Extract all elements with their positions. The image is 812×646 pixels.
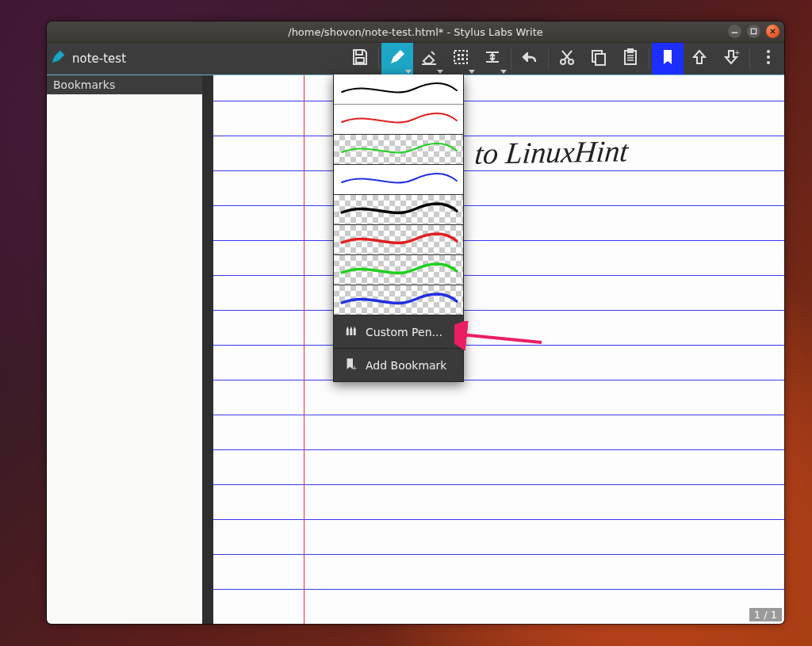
paper-margin-line bbox=[304, 75, 304, 624]
save-icon bbox=[350, 48, 370, 70]
svg-rect-6 bbox=[454, 51, 467, 63]
svg-point-14 bbox=[561, 59, 565, 64]
next-page-button[interactable]: + bbox=[715, 43, 747, 75]
pen-swatch-6[interactable] bbox=[334, 254, 463, 285]
svg-point-24 bbox=[767, 50, 770, 53]
pen-swatch-5[interactable] bbox=[334, 224, 463, 254]
overflow-icon bbox=[759, 48, 778, 70]
svg-rect-10 bbox=[462, 58, 464, 60]
undo-icon bbox=[520, 48, 539, 70]
sidebar-content[interactable] bbox=[47, 94, 202, 624]
custom-pen-label: Custom Pen... bbox=[366, 326, 442, 338]
pen-swatch-1[interactable] bbox=[334, 104, 463, 134]
pen-tool-button[interactable] bbox=[381, 43, 413, 75]
arrow-down-icon: + bbox=[722, 48, 741, 70]
bookmark-icon bbox=[658, 48, 677, 70]
svg-rect-7 bbox=[458, 54, 460, 56]
select-icon bbox=[451, 48, 470, 70]
overflow-menu-button[interactable] bbox=[753, 43, 784, 75]
add-bookmark-menu-item[interactable]: + Add Bookmark bbox=[334, 348, 463, 381]
paste-button[interactable] bbox=[615, 43, 646, 75]
bookmark-add-icon: + bbox=[343, 357, 358, 373]
pens-icon bbox=[343, 323, 358, 340]
titlebar[interactable]: /home/shovon/note-test.html* - Stylus La… bbox=[47, 21, 784, 43]
eraser-tool-button[interactable] bbox=[413, 43, 445, 75]
minimize-button[interactable] bbox=[728, 25, 741, 38]
save-button[interactable] bbox=[344, 43, 376, 75]
svg-rect-1 bbox=[751, 29, 756, 33]
close-button[interactable] bbox=[766, 25, 779, 38]
canvas[interactable]: to LinuxHint 1 / 1 bbox=[202, 75, 784, 624]
pencil-icon bbox=[50, 48, 67, 69]
chevron-down-icon bbox=[405, 70, 412, 74]
insert-space-button[interactable] bbox=[477, 43, 508, 75]
svg-point-26 bbox=[767, 61, 770, 64]
prev-page-button[interactable] bbox=[684, 43, 715, 75]
svg-rect-9 bbox=[458, 58, 460, 60]
document-tab[interactable]: note-test bbox=[47, 43, 344, 75]
svg-rect-5 bbox=[356, 58, 364, 63]
arrow-up-icon bbox=[690, 48, 709, 70]
add-bookmark-label: Add Bookmark bbox=[366, 359, 446, 372]
pen-swatch-0[interactable] bbox=[334, 75, 463, 104]
svg-point-15 bbox=[569, 59, 573, 64]
svg-marker-13 bbox=[523, 52, 528, 62]
cut-icon bbox=[557, 48, 576, 70]
pen-swatch-4[interactable] bbox=[334, 194, 463, 224]
copy-button[interactable] bbox=[583, 43, 615, 75]
eraser-icon bbox=[419, 48, 439, 70]
tab-label: note-test bbox=[72, 52, 126, 66]
pen-swatch-2[interactable] bbox=[334, 134, 463, 164]
pen-swatch-7[interactable] bbox=[334, 285, 463, 315]
svg-rect-4 bbox=[356, 50, 362, 55]
svg-point-25 bbox=[767, 55, 770, 59]
toolbar: note-test bbox=[47, 43, 784, 75]
svg-text:+: + bbox=[352, 364, 358, 372]
bookmarks-sidebar: Bookmarks bbox=[47, 75, 202, 624]
page-indicator: 1 / 1 bbox=[749, 608, 782, 621]
svg-rect-17 bbox=[596, 54, 605, 65]
window-title: /home/shovon/note-test.html* - Stylus La… bbox=[47, 26, 784, 38]
svg-rect-8 bbox=[462, 54, 464, 56]
insert-space-icon bbox=[483, 48, 502, 70]
chevron-down-icon bbox=[469, 70, 475, 74]
pen-dropdown: Custom Pen... + Add Bookmark bbox=[333, 75, 464, 382]
handwriting-text: to LinuxHint bbox=[473, 133, 630, 170]
undo-button[interactable] bbox=[514, 43, 546, 75]
maximize-button[interactable] bbox=[747, 25, 760, 38]
copy-icon bbox=[589, 48, 608, 70]
pen-swatch-3[interactable] bbox=[334, 164, 463, 194]
sidebar-header: Bookmarks bbox=[47, 75, 202, 94]
svg-text:+: + bbox=[734, 48, 741, 56]
paste-icon bbox=[621, 48, 640, 70]
chevron-down-icon bbox=[500, 70, 507, 74]
select-tool-button[interactable] bbox=[445, 43, 477, 75]
chevron-down-icon bbox=[437, 70, 443, 74]
bookmark-button[interactable] bbox=[652, 43, 684, 75]
custom-pen-menu-item[interactable]: Custom Pen... bbox=[334, 315, 463, 348]
pen-icon bbox=[388, 48, 407, 70]
paper[interactable]: to LinuxHint 1 / 1 bbox=[213, 75, 784, 624]
cut-button[interactable] bbox=[551, 43, 583, 75]
